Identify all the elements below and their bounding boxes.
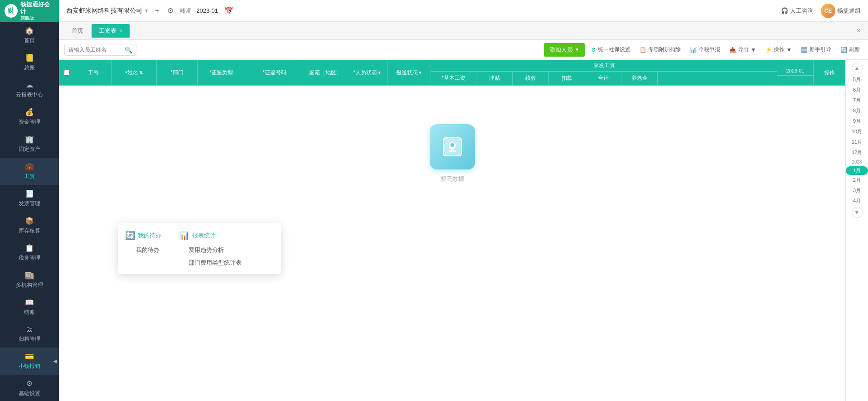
th-dept-label: *部门 <box>170 69 184 77</box>
op-arrow: ▼ <box>786 47 792 53</box>
operation-button[interactable]: ⚡ 操作 ▼ <box>762 44 795 55</box>
settings-button[interactable]: ⚙ <box>165 5 175 17</box>
sidebar-item-finance[interactable]: 💰 资金管理 <box>0 103 59 130</box>
search-input[interactable] <box>68 47 123 53</box>
timeline-month-3[interactable]: 3月 <box>846 185 868 196</box>
user-name: 畅捷通组 <box>837 7 861 15</box>
avatar: CE <box>821 4 835 18</box>
th-ops-label: 操作 <box>824 69 835 77</box>
period-display: 2023.01 <box>777 66 813 76</box>
timeline-month-12[interactable]: 12月 <box>846 147 868 158</box>
sidebar-item-multi-org[interactable]: 🏬 多机构管理 <box>0 266 59 294</box>
social-label: 统一社保设置 <box>598 46 630 53</box>
archive-icon: 🗂 <box>26 325 33 333</box>
popup-item-todo[interactable]: 我的待办 <box>136 246 160 254</box>
timeline-month-4[interactable]: 4月 <box>846 196 868 206</box>
period-sub <box>794 76 797 79</box>
sidebar: 财 畅捷通好会计 旗舰版 🏠 首页 📒 总账 ☁ 云报表中心 💰 资金管理 🏢 … <box>0 0 59 401</box>
add-company-button[interactable]: + <box>153 5 161 17</box>
popup-section-todo[interactable]: 🔄 我的待办 <box>125 231 161 241</box>
sidebar-item-expense[interactable]: 💳 小畅报销 ◀ <box>0 348 59 375</box>
th-name: •姓名 ⇅ <box>112 60 157 86</box>
sidebar-item-label: 归档管理 <box>19 335 40 343</box>
refresh-button[interactable]: 🔄 刷新 <box>838 44 863 55</box>
th-status-label: *人员状态 <box>353 69 377 77</box>
sidebar-item-archive[interactable]: 🗂 归档管理 <box>0 321 59 348</box>
sidebar-item-home[interactable]: 🏠 首页 <box>0 22 59 49</box>
tab-close-icon[interactable]: × <box>119 28 122 34</box>
add-person-label: 添加人员 <box>549 46 573 54</box>
th-cert-no-label: *证鉴号码 <box>262 69 286 77</box>
svg-point-3 <box>451 143 454 147</box>
guide-button[interactable]: 🆕 新手引导 <box>798 44 834 55</box>
sidebar-item-closing[interactable]: 📖 结账 <box>0 294 59 321</box>
th-dept: *部门 <box>157 60 198 86</box>
wage-group-label: 应发工资 <box>431 60 777 72</box>
th-send-label: 报送状态 <box>396 69 418 77</box>
timeline-up-button[interactable]: ▲ <box>852 63 863 73</box>
timeline-month-2[interactable]: 2月 <box>846 175 868 185</box>
social-security-button[interactable]: ⚙ 统一社保设置 <box>588 44 633 55</box>
toolbar: 🔍 添加人员 ▼ ⚙ 统一社保设置 📋 专项附加扣除 📊 个税申报 📤 导出 <box>59 40 868 60</box>
filter-icon: ▼ <box>377 70 382 75</box>
sidebar-item-label: 结账 <box>24 309 35 316</box>
tax-icon: 📋 <box>25 244 34 252</box>
th-no: 工号 <box>75 60 112 86</box>
topbar-right: 🎧 人工咨询 CE 畅捷通组 <box>781 4 861 18</box>
tax-icon: 📊 <box>690 47 697 53</box>
company-name: 西安虾米网络科技有限公司 <box>66 7 142 15</box>
headset-icon: 🎧 <box>781 7 788 14</box>
tab-home[interactable]: 首页 <box>64 24 91 38</box>
popup-item-trend[interactable]: 费用趋势分析 <box>189 246 242 254</box>
sidebar-item-cloud-report[interactable]: ☁ 云报表中心 <box>0 76 59 103</box>
popup-content: 我的待办 费用趋势分析 部门费用类型统计表 <box>125 246 274 267</box>
timeline-month-5[interactable]: 5月 <box>846 74 868 85</box>
sidebar-item-ledger[interactable]: 📒 总账 <box>0 49 59 76</box>
th-cert-no: *证鉴号码 <box>245 60 304 86</box>
th-ops: 操作 <box>814 60 845 86</box>
sidebar-item-inventory[interactable]: 📦 库存核算 <box>0 212 59 239</box>
th-nation: 国籍（地区） <box>304 60 347 86</box>
user-info[interactable]: CE 畅捷通组 <box>821 4 861 18</box>
calendar-button[interactable]: 📅 <box>223 5 235 17</box>
popup-section-report[interactable]: 📊 报表统计 <box>179 231 216 241</box>
company-selector[interactable]: 西安虾米网络科技有限公司 ▼ <box>66 7 149 15</box>
app-edition: 旗舰版 <box>20 15 54 21</box>
timeline-month-8[interactable]: 8月 <box>846 106 868 116</box>
th-base-wage: *基本工资 <box>431 72 476 85</box>
th-status: *人员状态 ▼ <box>347 60 388 86</box>
deduction-button[interactable]: 📋 专项附加扣除 <box>637 44 684 55</box>
todo-title: 我的待办 <box>138 232 161 240</box>
th-bonus: 绩效 <box>513 72 549 85</box>
op-icon: ⚡ <box>765 47 772 53</box>
home-icon: 🏠 <box>25 26 34 35</box>
timeline-month-10[interactable]: 10月 <box>846 126 868 137</box>
tab-payroll[interactable]: 工资表 × <box>92 24 130 38</box>
sidebar-item-assets[interactable]: 🏢 固定资产 <box>0 130 59 158</box>
sidebar-item-payroll[interactable]: 💼 工资 <box>0 158 59 185</box>
add-person-button[interactable]: 添加人员 ▼ <box>544 43 585 57</box>
timeline-down-button[interactable]: ▼ <box>852 207 863 218</box>
sidebar-item-label: 发票管理 <box>19 200 40 208</box>
sidebar-item-invoice[interactable]: 🧾 发票管理 <box>0 185 59 212</box>
tax-report-button[interactable]: 📊 个税申报 <box>687 44 723 55</box>
timeline-month-7[interactable]: 7月 <box>846 95 868 106</box>
sidebar-item-tax[interactable]: 📋 税务管理 <box>0 239 59 266</box>
assets-icon: 🏢 <box>25 135 34 144</box>
timeline-month-6[interactable]: 6月 <box>846 85 868 95</box>
logo-icon: 财 <box>5 4 18 18</box>
sidebar-item-settings[interactable]: ⚙ 基础设置 <box>0 375 59 401</box>
timeline-month-9[interactable]: 9月 <box>846 116 868 126</box>
th-pension: 养老金 <box>621 72 658 85</box>
support-link[interactable]: 🎧 人工咨询 <box>781 7 814 15</box>
select-all-checkbox[interactable] <box>64 70 70 76</box>
popup-item-dept-stat[interactable]: 部门费用类型统计表 <box>189 259 242 267</box>
export-button[interactable]: 📤 导出 ▼ <box>727 44 759 55</box>
ledger-icon: 📒 <box>25 53 34 62</box>
timeline-month-11[interactable]: 11月 <box>846 137 868 147</box>
inventory-icon: 📦 <box>25 217 34 225</box>
close-tab-button[interactable]: × <box>855 25 863 37</box>
guide-label: 新手引导 <box>810 46 831 53</box>
table-header-top: 工号 •姓名 ⇅ *部门 *证鉴类型 *证鉴号码 国籍（地区） <box>59 60 845 86</box>
timeline-month-1[interactable]: 1月 <box>846 166 868 175</box>
